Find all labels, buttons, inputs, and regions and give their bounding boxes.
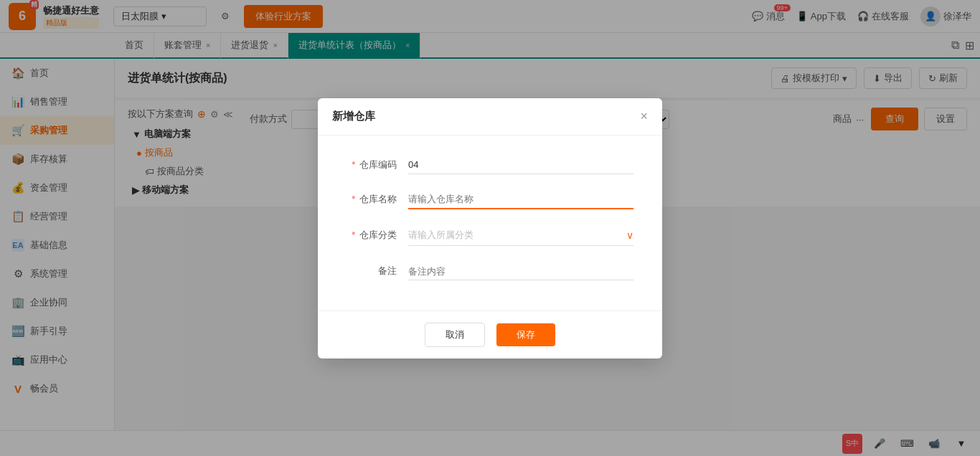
category-label: * 仓库分类 [347, 229, 397, 242]
code-label: * 仓库编码 [347, 158, 397, 171]
modal-header: 新增仓库 × [318, 98, 662, 136]
form-row-category: * 仓库分类 请输入所属分类 ∨ [347, 225, 633, 246]
category-chevron-icon: ∨ [626, 229, 633, 241]
name-label: * 仓库名称 [347, 193, 397, 206]
add-warehouse-modal: 新增仓库 × * 仓库编码 * 仓库名称 [318, 98, 662, 358]
save-button[interactable]: 保存 [496, 323, 555, 346]
form-row-remark: 备注 [347, 262, 633, 280]
category-select[interactable]: 请输入所属分类 ∨ [408, 225, 633, 246]
modal-title: 新增仓库 [332, 110, 375, 123]
modal-overlay[interactable]: 新增仓库 × * 仓库编码 * 仓库名称 [0, 0, 980, 456]
name-input[interactable] [408, 190, 633, 209]
code-input[interactable] [408, 156, 633, 174]
remark-input[interactable] [408, 262, 633, 280]
form-row-name: * 仓库名称 [347, 190, 633, 209]
cancel-button[interactable]: 取消 [425, 323, 485, 347]
modal-close-icon[interactable]: × [640, 110, 648, 123]
form-row-code: * 仓库编码 [347, 156, 633, 174]
modal-body: * 仓库编码 * 仓库名称 * 仓库分类 请输入所属 [318, 136, 662, 310]
remark-label: 备注 [347, 265, 397, 277]
modal-footer: 取消 保存 [318, 310, 662, 358]
